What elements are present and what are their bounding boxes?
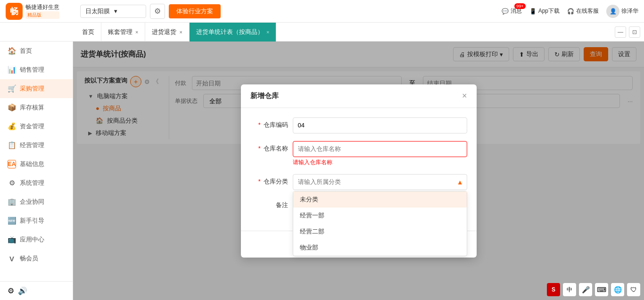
modal-close-button[interactable]: × bbox=[462, 91, 467, 101]
name-label: * 仓库名称 bbox=[250, 141, 293, 153]
tab-account-label: 账套管理 bbox=[108, 28, 132, 36]
dropdown-item-uncat[interactable]: 未分类 bbox=[293, 192, 467, 208]
sidebar-item-purchase[interactable]: 🛒 采购管理 bbox=[0, 79, 73, 98]
sidebar-enterprise-label: 企业协同 bbox=[20, 198, 44, 206]
phone-icon: 📱 bbox=[529, 8, 537, 15]
app-label: App下载 bbox=[538, 7, 560, 15]
dropdown-item-ops1[interactable]: 经营一部 bbox=[293, 208, 467, 224]
basic-icon: EA bbox=[8, 160, 16, 168]
inventory-icon: 📦 bbox=[8, 103, 16, 112]
code-label: * 仓库编码 bbox=[250, 117, 293, 129]
system-icon: ⚙ bbox=[8, 179, 16, 187]
tab-account-close[interactable]: × bbox=[135, 29, 138, 35]
finance-icon: 💰 bbox=[8, 122, 16, 131]
security-icon[interactable]: 🛡 bbox=[627, 283, 640, 296]
category-label: * 仓库分类 bbox=[250, 174, 293, 186]
ops-icon: 📋 bbox=[8, 141, 16, 150]
gear-button[interactable]: ⚙ bbox=[150, 4, 165, 19]
message-icon: 💬 bbox=[502, 8, 509, 15]
purchase-icon: 🛒 bbox=[8, 84, 16, 93]
chinese-icon[interactable]: 中 bbox=[563, 283, 576, 296]
sidebar-home-label: 首页 bbox=[20, 47, 32, 55]
messages-button[interactable]: 💬 消息 99+ bbox=[502, 7, 522, 15]
headset-icon: 🎧 bbox=[567, 8, 574, 15]
form-row-name: * 仓库名称 请输入仓库名称 bbox=[250, 141, 467, 167]
logo-text-line1: 畅捷通好生意 bbox=[25, 3, 59, 11]
code-field bbox=[293, 117, 467, 133]
category-input[interactable] bbox=[293, 174, 467, 190]
sidebar-item-apps[interactable]: 📺 应用中心 bbox=[0, 230, 73, 249]
note-label: 备注 bbox=[250, 198, 293, 209]
sidebar-item-guide[interactable]: 🆕 新手引导 bbox=[0, 211, 73, 230]
sidebar-item-home[interactable]: 🏠 首页 bbox=[0, 42, 73, 60]
dropdown-item-property[interactable]: 物业部 bbox=[293, 240, 467, 256]
volume-icon[interactable]: 🔊 bbox=[18, 286, 27, 295]
sidebar-item-system[interactable]: ⚙ 系统管理 bbox=[0, 174, 73, 192]
chevron-down-icon: ▾ bbox=[114, 8, 141, 15]
code-input[interactable] bbox=[293, 117, 467, 133]
sidebar: 🏠 首页 📊 销售管理 🛒 采购管理 📦 库存核算 💰 资金管理 📋 经营管理 … bbox=[0, 42, 73, 300]
main-layout: 🏠 首页 📊 销售管理 🛒 采购管理 📦 库存核算 💰 资金管理 📋 经营管理 … bbox=[0, 42, 644, 300]
modal-overlay[interactable]: 新增仓库 × * 仓库编码 bbox=[73, 42, 644, 300]
mic-icon[interactable]: 🎤 bbox=[579, 283, 592, 296]
lang-icon[interactable]: 🌐 bbox=[611, 283, 624, 296]
tab-purchase-stat-close[interactable]: × bbox=[266, 29, 269, 35]
form-row-category: * 仓库分类 ▲ 未分类 经营一部 经营二部 物业部 bbox=[250, 174, 467, 190]
modal-body: * 仓库编码 * 仓库名称 bbox=[241, 108, 477, 231]
top-bar: 畅 畅捷通好生意 精品版 日太阳膜 ▾ ⚙ 体验行业方案 💬 消息 99+ 📱 … bbox=[0, 0, 644, 23]
name-required-mark: * bbox=[258, 145, 261, 152]
category-field: ▲ bbox=[293, 174, 467, 190]
sidebar-ops-label: 经营管理 bbox=[20, 141, 44, 150]
name-error-msg: 请输入仓库名称 bbox=[293, 158, 467, 167]
avatar: 👤 bbox=[606, 5, 619, 18]
online-service-button[interactable]: 🎧 在线客服 bbox=[567, 7, 599, 15]
keyboard-icon[interactable]: ⌨ bbox=[595, 283, 608, 296]
message-badge: 99+ bbox=[514, 3, 525, 9]
username: 徐泽华 bbox=[621, 7, 638, 15]
user-menu[interactable]: 👤 徐泽华 bbox=[606, 5, 638, 18]
tab-home[interactable]: 首页 bbox=[75, 23, 101, 42]
store-name: 日太阳膜 bbox=[85, 7, 112, 16]
gear-icon: ⚙ bbox=[154, 7, 161, 16]
tab-minimize-button[interactable]: — bbox=[615, 26, 626, 38]
app-download-button[interactable]: 📱 App下载 bbox=[529, 7, 560, 15]
member-icon: V bbox=[8, 254, 16, 263]
service-label: 在线客服 bbox=[576, 7, 599, 15]
guide-icon: 🆕 bbox=[8, 217, 16, 225]
logo-icon: 畅 bbox=[6, 3, 23, 20]
tab-home-label: 首页 bbox=[82, 28, 94, 36]
store-selector[interactable]: 日太阳膜 ▾ bbox=[80, 5, 146, 18]
settings-icon[interactable]: ⚙ bbox=[8, 286, 14, 295]
name-input[interactable] bbox=[293, 141, 467, 157]
content-area: 进货单统计(按商品) 🖨 按模板打印 ▾ ⬆ 导出 ↻ 刷新 查询 bbox=[73, 42, 644, 300]
sidebar-item-sales[interactable]: 📊 销售管理 bbox=[0, 60, 73, 79]
tab-purchase-stat[interactable]: 进货单统计表（按商品） × bbox=[190, 23, 276, 42]
home-icon: 🏠 bbox=[8, 47, 16, 55]
tab-account[interactable]: 账套管理 × bbox=[101, 23, 145, 42]
sidebar-item-inventory[interactable]: 📦 库存核算 bbox=[0, 98, 73, 117]
sidebar-item-finance[interactable]: 💰 资金管理 bbox=[0, 117, 73, 136]
sidebar-finance-label: 资金管理 bbox=[20, 122, 44, 131]
sougou-icon: S bbox=[547, 283, 560, 296]
sidebar-member-label: 畅会员 bbox=[20, 254, 38, 263]
tab-expand-button[interactable]: ⊡ bbox=[629, 26, 640, 38]
trial-button[interactable]: 体验行业方案 bbox=[169, 4, 221, 18]
sidebar-item-member[interactable]: V 畅会员 bbox=[0, 249, 73, 268]
modal-header: 新增仓库 × bbox=[241, 84, 477, 108]
category-toggle-icon[interactable]: ▲ bbox=[457, 178, 463, 186]
dropdown-item-ops2[interactable]: 经营二部 bbox=[293, 224, 467, 240]
sidebar-item-basic[interactable]: EA 基础信息 bbox=[0, 155, 73, 174]
tab-purchase-return-close[interactable]: × bbox=[179, 29, 182, 35]
sidebar-basic-label: 基础信息 bbox=[20, 160, 44, 168]
tab-purchase-return[interactable]: 进货退货 × bbox=[145, 23, 189, 42]
enterprise-icon: 🏢 bbox=[8, 198, 16, 206]
sidebar-item-ops[interactable]: 📋 经营管理 bbox=[0, 136, 73, 155]
name-field: 请输入仓库名称 bbox=[293, 141, 467, 167]
logo-area: 畅 畅捷通好生意 精品版 bbox=[6, 3, 76, 20]
sidebar-purchase-label: 采购管理 bbox=[20, 84, 44, 93]
sidebar-sales-label: 销售管理 bbox=[20, 66, 44, 74]
sidebar-system-label: 系统管理 bbox=[20, 179, 44, 187]
apps-icon: 📺 bbox=[8, 235, 16, 244]
add-warehouse-modal: 新增仓库 × * 仓库编码 bbox=[241, 84, 477, 258]
sidebar-item-enterprise[interactable]: 🏢 企业协同 bbox=[0, 192, 73, 211]
